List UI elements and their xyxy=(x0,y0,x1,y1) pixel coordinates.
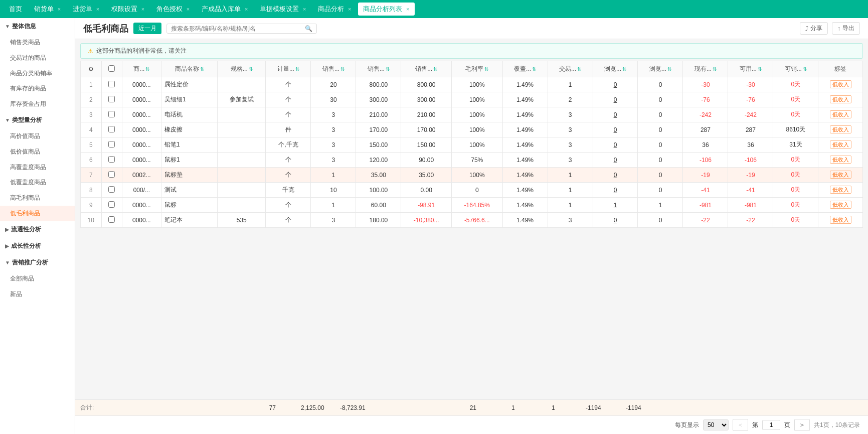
sidebar-item-new-goods[interactable]: 新品 xyxy=(0,286,75,302)
row-checkbox[interactable] xyxy=(108,96,115,102)
sidebar-item-low-value[interactable]: 低价值商品 xyxy=(0,144,75,160)
share-button[interactable]: ⤴ 分享 xyxy=(800,22,828,35)
sidebar-item-high-value[interactable]: 高价值商品 xyxy=(0,128,75,144)
sidebar-item-all-goods[interactable]: 全部商品 xyxy=(0,271,75,286)
sidebar-item-low-coverage[interactable]: 低覆盖度商品 xyxy=(0,175,75,190)
sidebar-group-growth[interactable]: ▶ 成长性分析 xyxy=(0,238,75,254)
col-settings[interactable]: ⚙ xyxy=(81,61,102,77)
row-cb[interactable] xyxy=(101,183,122,198)
row-checkbox[interactable] xyxy=(108,156,115,163)
row-checkbox[interactable] xyxy=(108,216,115,223)
row-sellable: 0天 xyxy=(773,213,818,228)
sidebar-item-traded-goods[interactable]: 交易过的商品 xyxy=(0,50,75,66)
nav-sales[interactable]: 销货单 × xyxy=(29,3,66,16)
row-amount: 90.00 xyxy=(401,153,452,168)
row-browse1[interactable]: 0 xyxy=(593,77,638,92)
sidebar-item-stock-capital[interactable]: 库存资金占用 xyxy=(0,96,75,112)
sidebar-item-high-profit[interactable]: 高毛利商品 xyxy=(0,190,75,206)
row-browse1[interactable]: 0 xyxy=(593,122,638,137)
nav-home[interactable]: 首页 xyxy=(4,3,27,16)
col-browse2[interactable]: 浏览...⇅ xyxy=(638,61,683,77)
col-coverage[interactable]: 覆盖...⇅ xyxy=(502,61,548,77)
row-checkbox[interactable] xyxy=(108,201,115,208)
nav-product-in[interactable]: 产成品入库单 × xyxy=(197,3,253,16)
row-checkbox[interactable] xyxy=(108,141,115,148)
sidebar-item-sales-goods[interactable]: 销售类商品 xyxy=(0,35,75,50)
sidebar-item-category-rate[interactable]: 商品分类助销率 xyxy=(0,66,75,81)
prev-page-btn[interactable]: ＜ xyxy=(733,419,748,431)
sidebar-item-low-profit[interactable]: 低毛利商品 xyxy=(0,206,75,221)
sidebar: ▼ 整体信息 销售类商品 交易过的商品 商品分类助销率 有库存的商品 库存资金占… xyxy=(0,18,75,434)
row-unit: 件 xyxy=(266,122,311,137)
col-tag[interactable]: 标签 xyxy=(818,61,863,77)
col-sales-price[interactable]: 销售...⇅ xyxy=(356,61,401,77)
table-row: 5 0000... 铅笔1 个,千克 3 150.00 150.00 100% … xyxy=(81,137,863,153)
row-checkbox[interactable] xyxy=(108,171,115,178)
nav-analysis[interactable]: 商品分析 × xyxy=(313,3,356,16)
row-cb[interactable] xyxy=(101,77,122,92)
row-checkbox[interactable] xyxy=(108,186,115,193)
col-trade[interactable]: 交易...⇅ xyxy=(548,61,593,77)
row-browse2: 0 xyxy=(638,137,683,153)
col-sales-amount[interactable]: 销售...⇅ xyxy=(401,61,452,77)
nav-analysis-list[interactable]: 商品分析列表 × xyxy=(358,3,414,16)
search-input[interactable] xyxy=(171,25,303,32)
row-browse1[interactable]: 0 xyxy=(593,107,638,122)
row-unit: 千克 xyxy=(266,183,311,198)
row-qty: 1 xyxy=(311,168,356,183)
row-spec xyxy=(218,183,266,198)
sidebar-group-marketing[interactable]: ▼ 营销推广分析 xyxy=(0,254,75,271)
col-code[interactable]: 商...⇅ xyxy=(122,61,161,77)
row-browse1[interactable]: 0 xyxy=(593,153,638,168)
col-sellable[interactable]: 可销...⇅ xyxy=(773,61,818,77)
row-checkbox[interactable] xyxy=(108,81,115,87)
col-avail[interactable]: 可用...⇅ xyxy=(728,61,773,77)
row-browse1[interactable]: 0 xyxy=(593,137,638,153)
row-checkbox[interactable] xyxy=(108,126,115,132)
select-all-checkbox[interactable] xyxy=(108,65,115,72)
nav-role[interactable]: 角色授权 × xyxy=(151,3,195,16)
sidebar-item-stock-goods[interactable]: 有库存的商品 xyxy=(0,81,75,96)
row-unit: 个 xyxy=(266,198,311,213)
row-cb[interactable] xyxy=(101,92,122,107)
period-button[interactable]: 近一月 xyxy=(133,23,161,34)
nav-template[interactable]: 单据模板设置 × xyxy=(255,3,311,16)
row-gross: 1.49% xyxy=(502,92,548,107)
row-cb[interactable] xyxy=(101,137,122,153)
row-browse1[interactable]: 0 xyxy=(593,183,638,198)
col-browse1[interactable]: 浏览...⇅ xyxy=(593,61,638,77)
sidebar-item-high-coverage[interactable]: 高覆盖度商品 xyxy=(0,160,75,175)
row-checkbox[interactable] xyxy=(108,111,115,117)
col-stock[interactable]: 现有...⇅ xyxy=(683,61,728,77)
row-cb[interactable] xyxy=(101,213,122,228)
col-checkbox[interactable] xyxy=(101,61,122,77)
row-browse1[interactable]: 0 xyxy=(593,92,638,107)
row-cb[interactable] xyxy=(101,122,122,137)
col-profit-rate[interactable]: 毛利率⇅ xyxy=(451,61,502,77)
col-unit[interactable]: 计量...⇅ xyxy=(266,61,311,77)
col-spec[interactable]: 规格...⇅ xyxy=(218,61,266,77)
page-input[interactable] xyxy=(762,420,780,430)
next-page-btn[interactable]: ＞ xyxy=(794,419,810,431)
row-amount: 170.00 xyxy=(401,122,452,137)
sidebar-group-flow[interactable]: ▶ 流通性分析 xyxy=(0,221,75,238)
row-cb[interactable] xyxy=(101,198,122,213)
col-sales-qty[interactable]: 销售...⇅ xyxy=(311,61,356,77)
sidebar-group-type[interactable]: ▼ 类型量分析 xyxy=(0,112,75,128)
nav-purchase[interactable]: 进货单 × xyxy=(68,3,104,16)
table-area: ⚙ 商...⇅ 商品名称⇅ 规格...⇅ 计量...⇅ 销售...⇅ 销售...… xyxy=(75,61,868,399)
col-name[interactable]: 商品名称⇅ xyxy=(161,61,218,77)
row-spec xyxy=(218,137,266,153)
sidebar-group-overall[interactable]: ▼ 整体信息 xyxy=(0,18,75,35)
export-button[interactable]: ↑ 导出 xyxy=(832,22,860,35)
row-cb[interactable] xyxy=(101,153,122,168)
row-cb[interactable] xyxy=(101,107,122,122)
row-unit: 个 xyxy=(266,168,311,183)
row-spec xyxy=(218,122,266,137)
nav-permissions[interactable]: 权限设置 × xyxy=(106,3,149,16)
row-browse1[interactable]: 0 xyxy=(593,168,638,183)
row-browse1[interactable]: 1 xyxy=(593,198,638,213)
row-browse1[interactable]: 0 xyxy=(593,213,638,228)
page-size-select[interactable]: 50 100 200 xyxy=(703,419,729,430)
row-cb[interactable] xyxy=(101,168,122,183)
